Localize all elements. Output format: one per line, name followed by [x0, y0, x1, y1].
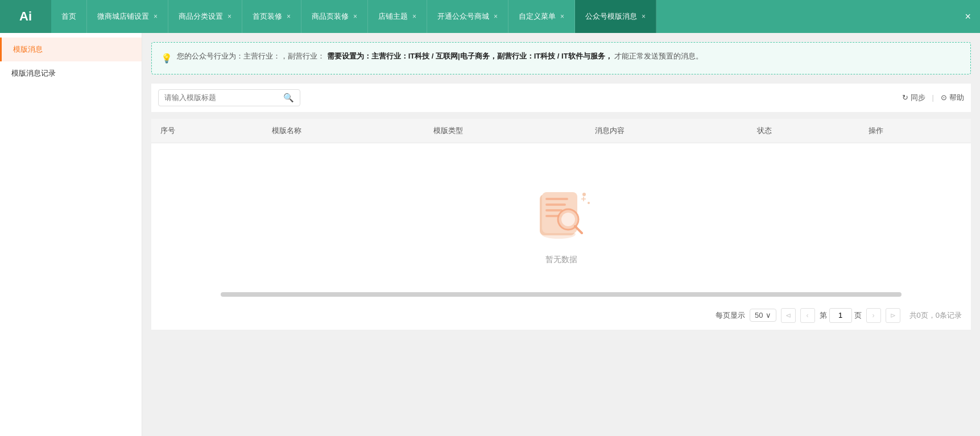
empty-illustration: [527, 177, 596, 246]
nav-tab-theme[interactable]: 店铺主题×: [368, 0, 427, 33]
close-all-button[interactable]: ×: [956, 0, 980, 33]
empty-state: 暂无数据: [151, 143, 971, 288]
col-header-index: 序号: [151, 119, 263, 143]
col-header-name: 模版名称: [263, 119, 424, 143]
nav-tab-product-dec[interactable]: 商品页装修×: [301, 0, 368, 33]
main-layout: 模版消息模版消息记录 💡 您的公众号行业为：主营行业：，副营行业： 需要设置为：…: [0, 33, 980, 436]
svg-rect-5: [545, 209, 563, 211]
top-navbar: Ai 首页微商城店铺设置×商品分类设置×首页装修×商品页装修×店铺主题×开通公众…: [0, 0, 980, 33]
nav-tab-open-mall[interactable]: 开通公众号商城×: [427, 0, 508, 33]
content-area: 💡 您的公众号行业为：主营行业：，副营行业： 需要设置为：主营行业：IT科技 /…: [142, 33, 980, 436]
svg-rect-4: [545, 204, 566, 206]
nav-tab-custom-menu[interactable]: 自定义菜单×: [508, 0, 575, 33]
col-header-action: 操作: [859, 119, 971, 143]
close-tab-icon-category[interactable]: ×: [228, 13, 231, 20]
notice-text: 您的公众号行业为：主营行业：，副营行业： 需要设置为：主营行业：IT科技 / 互…: [177, 51, 703, 63]
toolbar: 🔍 ↻ 同步 | ⊙ 帮助: [151, 84, 971, 112]
close-tab-icon-homepage-dec[interactable]: ×: [287, 13, 291, 20]
svg-point-11: [588, 202, 590, 204]
notice-box: 💡 您的公众号行业为：主营行业：，副营行业： 需要设置为：主营行业：IT科技 /…: [151, 42, 971, 74]
toolbar-right: ↻ 同步 | ⊙ 帮助: [902, 93, 964, 103]
empty-text: 暂无数据: [545, 255, 577, 265]
close-tab-icon-product-dec[interactable]: ×: [353, 13, 357, 20]
nav-tab-template-msg[interactable]: 公众号模版消息×: [575, 0, 656, 33]
bulb-icon: 💡: [161, 51, 172, 66]
close-tab-icon-template-msg[interactable]: ×: [642, 13, 646, 20]
search-input[interactable]: [164, 93, 283, 102]
page-input-wrap: 第 页: [820, 308, 862, 323]
last-page-button[interactable]: ⊳: [886, 308, 900, 323]
pagination: 每页显示 50 ∨ ⊲ ‹ 第 页 › ⊳ 共0页，0条记录: [151, 301, 971, 330]
table-header-row: 序号模版名称模版类型消息内容状态操作: [151, 119, 971, 143]
close-tab-icon-custom-menu[interactable]: ×: [560, 13, 564, 20]
svg-point-10: [582, 193, 586, 196]
brand-logo: Ai: [0, 0, 51, 33]
sidebar-item-template-msg-log[interactable]: 模版消息记录: [0, 61, 142, 85]
chevron-down-icon: ∨: [766, 311, 771, 319]
sync-button[interactable]: ↻ 同步: [902, 93, 925, 103]
col-header-content: 消息内容: [586, 119, 747, 143]
nav-tab-category[interactable]: 商品分类设置×: [168, 0, 242, 33]
close-tab-icon-weshop[interactable]: ×: [154, 13, 158, 20]
close-tab-icon-theme[interactable]: ×: [412, 13, 416, 20]
total-info: 共0页，0条记录: [909, 310, 962, 321]
data-table: 序号模版名称模版类型消息内容状态操作: [151, 119, 971, 143]
col-header-type: 模版类型: [424, 119, 586, 143]
help-icon: ⊙: [941, 93, 947, 102]
first-page-button[interactable]: ⊲: [781, 308, 796, 323]
col-header-status: 状态: [748, 119, 859, 143]
close-tab-icon-open-mall[interactable]: ×: [494, 13, 498, 20]
nav-tab-home[interactable]: 首页: [51, 0, 87, 33]
help-button[interactable]: ⊙ 帮助: [941, 93, 964, 103]
search-icon[interactable]: 🔍: [283, 93, 294, 103]
page-input[interactable]: [829, 308, 852, 323]
sidebar: 模版消息模版消息记录: [0, 33, 142, 436]
page-size-label: 每页显示: [716, 310, 745, 321]
nav-tabs-container: 首页微商城店铺设置×商品分类设置×首页装修×商品页装修×店铺主题×开通公众号商城…: [51, 0, 956, 33]
scrollbar-bar[interactable]: [221, 292, 902, 297]
nav-tab-homepage-dec[interactable]: 首页装修×: [242, 0, 301, 33]
notice-highlight: 需要设置为：主营行业：IT科技 / 互联网|电子商务，副营行业：IT科技 / I…: [327, 52, 613, 60]
sync-icon: ↻: [902, 93, 908, 102]
next-page-button[interactable]: ›: [866, 308, 881, 323]
sidebar-item-template-msg[interactable]: 模版消息: [0, 38, 142, 61]
svg-point-8: [561, 213, 575, 226]
scrollbar-track: [151, 288, 971, 301]
divider: |: [932, 93, 934, 102]
search-box[interactable]: 🔍: [158, 89, 300, 106]
nav-tab-weshop[interactable]: 微商城店铺设置×: [87, 0, 168, 33]
page-size-select[interactable]: 50 ∨: [750, 309, 776, 322]
prev-page-button[interactable]: ‹: [800, 308, 815, 323]
svg-rect-3: [545, 198, 568, 200]
